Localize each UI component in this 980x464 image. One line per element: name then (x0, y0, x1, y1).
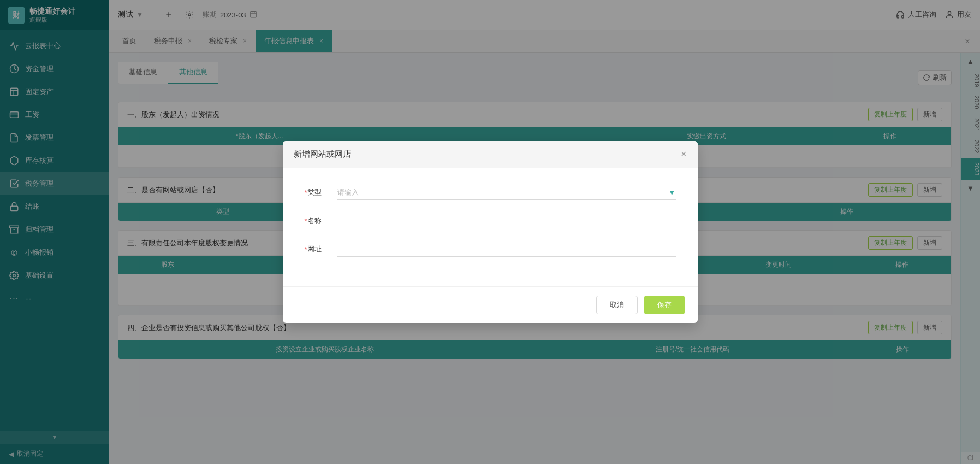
dialog-title: 新增网站或网店 (294, 149, 351, 160)
save-button[interactable]: 保存 (644, 296, 685, 314)
add-website-dialog: 新增网站或网店 × *类型 ▼ *名称 (283, 141, 698, 323)
form-row-type: *类型 ▼ (305, 185, 676, 200)
cancel-button[interactable]: 取消 (596, 296, 638, 314)
type-dropdown-icon[interactable]: ▼ (668, 188, 676, 197)
url-input[interactable] (337, 242, 676, 257)
form-row-url: *网址 (305, 242, 676, 257)
type-required: * (305, 189, 307, 197)
url-required: * (305, 245, 307, 254)
dialog-footer: 取消 保存 (283, 286, 698, 323)
name-input[interactable] (337, 213, 676, 228)
name-label: *名称 (305, 216, 337, 226)
name-field (337, 213, 676, 228)
dialog-body: *类型 ▼ *名称 *网址 (283, 168, 698, 286)
name-required: * (305, 217, 307, 225)
url-field (337, 242, 676, 257)
type-field: ▼ (337, 185, 676, 200)
dialog-header: 新增网站或网店 × (283, 141, 698, 168)
type-input[interactable] (337, 185, 676, 200)
form-row-name: *名称 (305, 213, 676, 228)
dialog-close-icon[interactable]: × (681, 149, 687, 160)
type-label: *类型 (305, 187, 337, 197)
dialog-overlay: 新增网站或网店 × *类型 ▼ *名称 (0, 0, 980, 464)
url-label: *网址 (305, 244, 337, 254)
